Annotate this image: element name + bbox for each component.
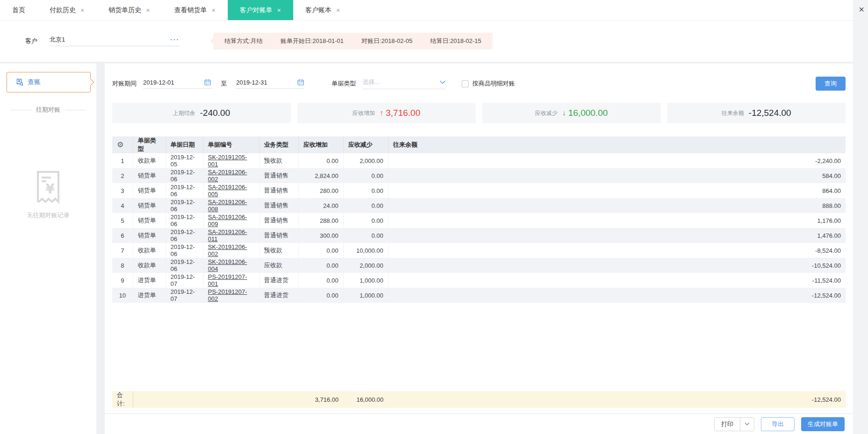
cell-recv-decrease: 0.00 <box>343 183 388 198</box>
tab-label: 销货单历史 <box>108 6 141 14</box>
cell-number: SA-20191206-009 <box>203 213 259 228</box>
customer-label: 客户 <box>25 37 37 45</box>
document-number-link[interactable]: SK-20191206-002 <box>208 243 247 257</box>
cell-doc-type: 销货单 <box>133 183 166 198</box>
cell-recv-decrease: 1,000.00 <box>343 273 388 288</box>
cell-biz-type: 普通销售 <box>259 228 298 243</box>
summary-card-应收减少: 应收减少↓16,000.00 <box>482 103 661 123</box>
calendar-icon[interactable] <box>297 78 304 86</box>
customer-input[interactable] <box>50 36 143 43</box>
cell-doc-type: 销货单 <box>133 213 166 228</box>
cell-date: 2019-12-06 <box>166 228 203 243</box>
sidebar-item-check-account[interactable]: 查账 <box>7 72 91 92</box>
gear-icon[interactable]: ⚙ <box>117 141 123 149</box>
past-reconciliation-divider: 往期对账 <box>0 106 96 114</box>
tab-付款历史[interactable]: 付款历史× <box>37 0 96 20</box>
print-dropdown-chevron-icon[interactable] <box>740 418 754 431</box>
tab-销货单历史[interactable]: 销货单历史× <box>96 0 162 20</box>
main-panel: 对账期间 至 单据类型 选择... <box>105 64 853 434</box>
generate-statement-button[interactable]: 生成对账单 <box>801 417 845 431</box>
detail-checkbox-wrap[interactable]: 按商品明细对账 <box>462 79 515 88</box>
billing-info-item: 结算方式:月结 <box>224 37 263 45</box>
summary-card-value: ↓16,000.00 <box>562 108 608 118</box>
summary-card-value: -12,524.00 <box>749 108 791 118</box>
empty-state-label: 无往期对账记录 <box>27 211 70 220</box>
document-number-link[interactable]: PS-20191207-002 <box>208 288 247 302</box>
document-number-link[interactable]: SA-20191206-008 <box>208 199 247 213</box>
tab-查看销货单[interactable]: 查看销货单× <box>162 0 227 20</box>
col-biz-type: 业务类型 <box>259 136 298 153</box>
doc-type-placeholder: 选择... <box>362 78 380 86</box>
document-number-link[interactable]: SA-20191206-009 <box>208 213 247 228</box>
cell-recv-decrease: 10,000.00 <box>343 243 388 258</box>
cell-biz-type: 预收款 <box>259 153 298 168</box>
document-number-link[interactable]: SK-20191206-004 <box>208 258 247 272</box>
cell-number: SK-20191205-001 <box>203 153 259 168</box>
date-to-input[interactable] <box>236 79 285 86</box>
cell-date: 2019-12-06 <box>166 168 203 183</box>
tab-close-icon[interactable]: × <box>80 7 84 14</box>
close-icon[interactable]: × <box>859 5 864 14</box>
print-button[interactable]: 打印 <box>715 418 740 431</box>
cell-recv-increase: 280.00 <box>298 183 343 198</box>
cell-date: 2019-12-07 <box>166 288 203 303</box>
tab-客户对账单[interactable]: 客户对账单× <box>228 0 293 20</box>
query-button[interactable]: 查询 <box>816 77 846 91</box>
tab-label: 客户对账单 <box>240 6 273 14</box>
summary-card-value: -240.00 <box>200 108 230 118</box>
summary-card-label: 上期结余 <box>173 109 195 117</box>
receipt-search-icon <box>15 78 24 86</box>
billing-info-bar: 结算方式:月结账单开始日:2018-01-01对账日:2018-02-05结算日… <box>213 33 492 50</box>
cell-balance: 888.00 <box>388 198 846 213</box>
summary-card-amount: 3,716.00 <box>386 108 420 118</box>
cell-number: PS-20191207-002 <box>203 288 259 303</box>
tab-label: 首页 <box>12 6 25 14</box>
print-split-button[interactable]: 打印 <box>714 417 754 431</box>
bottom-toolbar: 打印 导出 生成对账单 <box>105 413 853 434</box>
cell-date: 2019-12-06 <box>166 243 203 258</box>
document-number-link[interactable]: SA-20191206-005 <box>208 184 247 198</box>
cell-date: 2019-12-06 <box>166 258 203 273</box>
tab-close-icon[interactable]: × <box>277 7 281 14</box>
export-button[interactable]: 导出 <box>761 417 795 431</box>
cell-index: 6 <box>112 228 133 243</box>
document-number-link[interactable]: PS-20191207-001 <box>208 273 247 287</box>
page-right-gutter: × <box>853 0 868 434</box>
tab-close-icon[interactable]: × <box>336 7 340 14</box>
document-number-link[interactable]: SA-20191206-002 <box>208 169 247 183</box>
document-number-link[interactable]: SA-20191206-011 <box>208 228 247 242</box>
summary-card-label: 应收减少 <box>535 109 557 117</box>
doc-type-select[interactable]: 选择... <box>362 78 446 89</box>
tab-首页[interactable]: 首页 <box>0 0 37 20</box>
calendar-icon[interactable] <box>204 78 211 86</box>
cell-biz-type: 预收款 <box>259 243 298 258</box>
table-row: 1收款单2019-12-05SK-20191205-001预收款0.002,00… <box>112 153 846 168</box>
cell-number: SK-20191206-004 <box>203 258 259 273</box>
detail-checkbox[interactable] <box>462 80 469 87</box>
more-ellipsis-icon[interactable]: ··· <box>170 36 180 43</box>
cell-biz-type: 应收款 <box>259 258 298 273</box>
check-account-label: 查账 <box>28 78 41 86</box>
cell-recv-decrease: 0.00 <box>343 213 388 228</box>
cell-balance: -12,524.00 <box>388 288 846 303</box>
tab-客户账本[interactable]: 客户账本× <box>293 0 352 20</box>
cell-recv-decrease: 0.00 <box>343 168 388 183</box>
cell-recv-increase: 2,824.00 <box>298 168 343 183</box>
filter-row: 对账期间 至 单据类型 选择... <box>112 77 846 91</box>
col-recv-increase: 应收增加 <box>298 136 343 153</box>
cell-biz-type: 普通销售 <box>259 198 298 213</box>
cell-biz-type: 普通进货 <box>259 273 298 288</box>
statement-table: ⚙ 单据类型 单据日期 单据编号 业务类型 应收增加 应收减少 往来余额 1收款… <box>112 136 846 303</box>
table-row: 3销货单2019-12-06SA-20191206-005普通销售280.000… <box>112 183 846 198</box>
customer-input-wrap: ··· <box>50 36 180 46</box>
tab-label: 付款历史 <box>50 6 76 14</box>
date-from-input[interactable] <box>143 79 192 86</box>
summary-card-amount: 16,000.00 <box>568 108 608 118</box>
summary-card-amount: -12,524.00 <box>749 108 791 118</box>
document-number-link[interactable]: SK-20191205-001 <box>208 154 247 168</box>
col-balance: 往来余额 <box>388 136 846 153</box>
tab-close-icon[interactable]: × <box>211 7 215 14</box>
total-recv-increase: 3,716.00 <box>298 391 343 408</box>
cell-number: SA-20191206-011 <box>203 228 259 243</box>
tab-close-icon[interactable]: × <box>146 7 150 14</box>
